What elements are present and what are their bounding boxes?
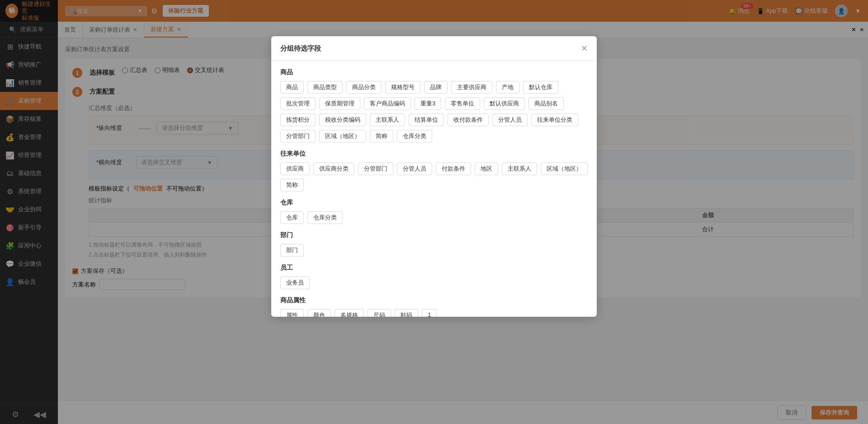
field-chip[interactable]: 收付款条件 <box>448 114 489 126</box>
field-chip[interactable]: 主联系人 <box>502 162 537 175</box>
modal-section-title-employee: 员工 <box>280 264 588 272</box>
modal-section-title-partner: 往来单位 <box>280 150 588 158</box>
field-chip[interactable]: 商品分类 <box>346 81 382 94</box>
modal-section-goods_attr: 商品属性属性颜色多规格尺码鞋码1 <box>280 296 588 317</box>
field-chips-goods: 商品商品类型商品分类规格型号品牌主要供应商产地默认仓库批次管理保质期管理客户商品… <box>280 81 588 143</box>
modal-section-goods: 商品商品商品类型商品分类规格型号品牌主要供应商产地默认仓库批次管理保质期管理客户… <box>280 68 588 143</box>
field-chip[interactable]: 地区 <box>475 162 498 175</box>
field-chip[interactable]: 属性 <box>280 309 304 317</box>
field-chip[interactable]: 默认供应商 <box>484 97 525 110</box>
modal-section-title-department: 部门 <box>280 231 588 239</box>
field-chip[interactable]: 鞋码 <box>395 309 418 317</box>
field-chip[interactable]: 客户商品编码 <box>364 97 411 110</box>
field-chips-department: 部门 <box>280 244 588 257</box>
field-chip[interactable]: 尺码 <box>368 309 391 317</box>
field-chip[interactable]: 颜色 <box>307 309 331 317</box>
field-chip[interactable]: 零售单位 <box>445 97 480 110</box>
modal-section-partner: 往来单位供应商供应商分类分管部门分管人员付款条件地区主联系人区域（地区）简称 <box>280 150 588 191</box>
field-chip[interactable]: 简称 <box>280 179 304 191</box>
modal-title: 分组待选字段 <box>280 44 321 53</box>
field-chip[interactable]: 简称 <box>370 130 393 143</box>
modal-close-button[interactable]: ✕ <box>581 43 588 53</box>
field-chip[interactable]: 主联系人 <box>370 114 405 126</box>
field-chip[interactable]: 拣货积分 <box>280 114 316 126</box>
field-chip[interactable]: 默认仓库 <box>523 81 558 94</box>
field-chip[interactable]: 多规格 <box>335 309 364 317</box>
field-chips-partner: 供应商供应商分类分管部门分管人员付款条件地区主联系人区域（地区）简称 <box>280 162 588 191</box>
modal: 分组待选字段 ✕ 商品商品商品类型商品分类规格型号品牌主要供应商产地默认仓库批次… <box>271 36 597 317</box>
modal-section-title-warehouse: 仓库 <box>280 199 588 207</box>
field-chip[interactable]: 重量3 <box>415 97 441 110</box>
field-chip[interactable]: 仓库分类 <box>397 130 432 143</box>
field-chip[interactable]: 分管部门 <box>280 130 316 143</box>
field-chip[interactable]: 结算单位 <box>409 114 444 126</box>
field-chip[interactable]: 付款条件 <box>436 162 471 175</box>
field-chip[interactable]: 商品类型 <box>307 81 343 94</box>
field-chips-warehouse: 仓库仓库分类 <box>280 211 588 224</box>
field-chips-employee: 业务员 <box>280 276 588 289</box>
field-chip[interactable]: 产地 <box>496 81 519 94</box>
field-chip[interactable]: 商品别名 <box>528 97 564 110</box>
field-chip[interactable]: 区域（地区） <box>541 162 588 175</box>
modal-header: 分组待选字段 ✕ <box>271 36 597 61</box>
field-chip[interactable]: 仓库 <box>280 211 304 224</box>
modal-section-title-goods_attr: 商品属性 <box>280 296 588 305</box>
field-chip[interactable]: 业务员 <box>280 276 310 289</box>
field-chip[interactable]: 税收分类编码 <box>319 114 366 126</box>
modal-body: 商品商品商品类型商品分类规格型号品牌主要供应商产地默认仓库批次管理保质期管理客户… <box>271 61 597 317</box>
field-chip[interactable]: 分管人员 <box>492 114 528 126</box>
modal-section-department: 部门部门 <box>280 231 588 257</box>
field-chips-goods_attr: 属性颜色多规格尺码鞋码1 <box>280 309 588 317</box>
field-chip[interactable]: 分管部门 <box>358 162 393 175</box>
field-chip[interactable]: 规格型号 <box>385 81 420 94</box>
field-chip[interactable]: 仓库分类 <box>307 211 343 224</box>
field-chip[interactable]: 分管人员 <box>397 162 432 175</box>
field-chip[interactable]: 保质期管理 <box>319 97 360 110</box>
field-chip[interactable]: 1 <box>422 309 437 317</box>
field-chip[interactable]: 区域（地区） <box>319 130 366 143</box>
field-chip[interactable]: 商品 <box>280 81 304 94</box>
modal-section-title-goods: 商品 <box>280 68 588 76</box>
field-chip[interactable]: 供应商分类 <box>313 162 354 175</box>
field-chip[interactable]: 主要供应商 <box>451 81 492 94</box>
modal-section-warehouse: 仓库仓库仓库分类 <box>280 199 588 224</box>
modal-section-employee: 员工业务员 <box>280 264 588 289</box>
modal-overlay[interactable]: 分组待选字段 ✕ 商品商品商品类型商品分类规格型号品牌主要供应商产地默认仓库批次… <box>0 0 868 424</box>
field-chip[interactable]: 批次管理 <box>280 97 316 110</box>
field-chip[interactable]: 往来单位分类 <box>531 114 578 126</box>
field-chip[interactable]: 部门 <box>280 244 304 257</box>
field-chip[interactable]: 品牌 <box>424 81 448 94</box>
field-chip[interactable]: 供应商 <box>280 162 310 175</box>
